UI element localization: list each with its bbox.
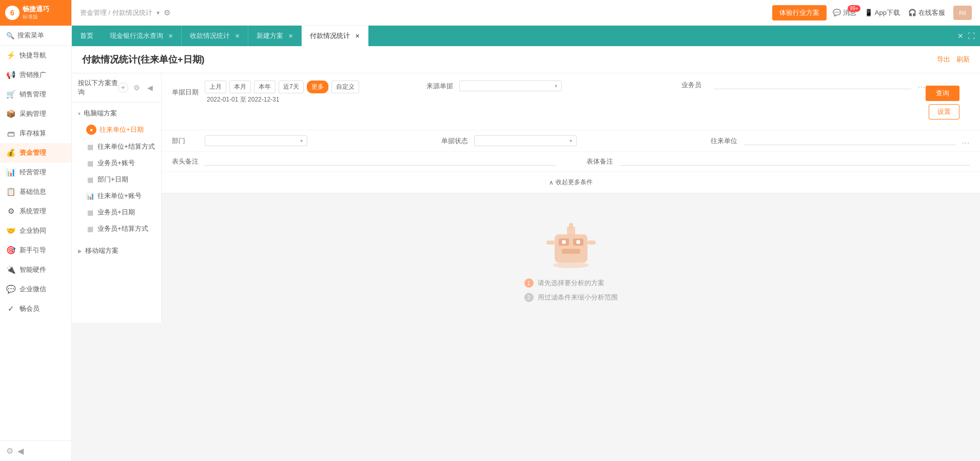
filter-source-select[interactable]: ▾ bbox=[459, 81, 562, 91]
date-btn-custom[interactable]: 自定义 bbox=[331, 81, 359, 93]
query-btn[interactable]: 查询 bbox=[926, 86, 959, 101]
operation-icon: 📊 bbox=[6, 168, 15, 177]
scheme-collapse-icon[interactable]: ◀ bbox=[145, 83, 155, 93]
scheme-table-icon-2: ▦ bbox=[86, 159, 94, 167]
tab-close-bank-flow[interactable]: ✕ bbox=[168, 33, 173, 39]
scheme-desktop-header[interactable]: ▾ 电脑端方案 bbox=[72, 106, 161, 121]
tab-close-receipt-stat[interactable]: ✕ bbox=[235, 33, 240, 39]
scheme-item-partner-date[interactable]: ● 往来单位+日期 bbox=[72, 121, 161, 138]
scheme-panel-actions: + ⚙ ◀ bbox=[118, 83, 155, 93]
sidebar-item-wechat[interactable]: 💬 企业微信 bbox=[0, 279, 71, 299]
filter-body-note-input[interactable] bbox=[619, 157, 970, 165]
collab-icon: 🤝 bbox=[6, 226, 15, 235]
topbar-left: 资金管理 / 付款情况统计 ▾ ⚙ bbox=[80, 8, 766, 17]
topbar-dropdown-icon[interactable]: ▾ bbox=[156, 9, 160, 16]
svg-point-6 bbox=[576, 240, 580, 244]
source-dropdown-icon: ▾ bbox=[555, 83, 557, 89]
scheme-settings-icon[interactable]: ⚙ bbox=[131, 83, 142, 93]
filter-staff-input[interactable] bbox=[714, 81, 911, 89]
settings-footer-icon[interactable]: ⚙ bbox=[6, 446, 13, 456]
topbar-app-download[interactable]: 📱 App下载 bbox=[865, 8, 900, 17]
date-btn-this-month[interactable]: 本月 bbox=[229, 81, 251, 93]
sidebar-item-marketing[interactable]: 📢 营销推广 bbox=[0, 65, 71, 85]
date-btn-last-month[interactable]: 上月 bbox=[205, 81, 226, 93]
tab-receipt-stat[interactable]: 收款情况统计 ✕ bbox=[182, 26, 248, 46]
filter-dept-select[interactable]: ▾ bbox=[205, 135, 307, 146]
svg-rect-8 bbox=[569, 223, 573, 228]
message-badge: 99+ bbox=[848, 5, 860, 12]
filter-doc-status-label: 单据状态 bbox=[441, 136, 470, 146]
scheme-mobile-header[interactable]: ▶ 移动端方案 bbox=[72, 243, 161, 258]
sidebar-item-capital[interactable]: 💰 资金管理 bbox=[0, 143, 71, 163]
filter-body-note-label: 表体备注 bbox=[586, 157, 615, 166]
guide-icon: 🎯 bbox=[6, 246, 15, 255]
scheme-table-icon-6: ▦ bbox=[86, 225, 94, 233]
tab-payment-stat[interactable]: 付款情况统计 ✕ bbox=[302, 26, 368, 46]
page-header-actions: 导出 刷新 bbox=[937, 55, 970, 64]
partner-ellipsis[interactable]: … bbox=[962, 136, 970, 146]
scheme-add-icon[interactable]: + bbox=[118, 83, 128, 93]
filter-area: 单据日期 上月 本月 本年 近7天 更多 自定义 20 bbox=[162, 73, 980, 172]
tab-close-new-scheme[interactable]: ✕ bbox=[288, 33, 293, 39]
date-btn-this-year[interactable]: 本年 bbox=[254, 81, 276, 93]
tab-expand-icon[interactable]: ⛶ bbox=[968, 32, 975, 40]
scheme-item-staff-settle[interactable]: ▦ 业务员+结算方式 bbox=[72, 221, 161, 237]
staff-ellipsis[interactable]: … bbox=[917, 81, 926, 90]
filter-row-2: 部门 ▾ 单据状态 ▾ bbox=[162, 130, 980, 152]
sidebar-item-vip[interactable]: ✓ 畅会员 bbox=[0, 299, 71, 318]
tab-close-all-icon[interactable]: ✕ bbox=[957, 32, 964, 40]
sidebar-item-quick-nav[interactable]: ⚡ 快捷导航 bbox=[0, 46, 71, 65]
setting-btn[interactable]: 设置 bbox=[929, 104, 959, 119]
filter-partner-label: 往来单位 bbox=[711, 136, 739, 146]
sidebar-item-guide[interactable]: 🎯 新手引导 bbox=[0, 240, 71, 260]
scheme-panel: 按以下方案查询 + ⚙ ◀ ▾ 电脑端方案 ● 往来单位+日期 bbox=[72, 73, 162, 323]
scheme-panel-header: 按以下方案查询 + ⚙ ◀ bbox=[72, 73, 161, 103]
scheme-chart-icon: 📊 bbox=[86, 192, 94, 200]
export-btn[interactable]: 导出 bbox=[937, 55, 950, 64]
tab-close-payment-stat[interactable]: ✕ bbox=[355, 33, 360, 39]
scheme-item-partner-settle[interactable]: ▦ 往来单位+结算方式 bbox=[72, 138, 161, 155]
search-menu[interactable]: 🔍 搜索菜单 bbox=[0, 26, 71, 46]
topbar-online-service[interactable]: 🎧 在线客服 bbox=[908, 8, 945, 17]
sidebar-item-inventory[interactable]: 🗃 库存核算 bbox=[0, 124, 71, 143]
page-title: 付款情况统计(往来单位+日期) bbox=[82, 53, 205, 66]
topbar-gear-icon[interactable]: ⚙ bbox=[164, 8, 170, 17]
sidebar: 6 畅捷通巧 标准版 🔍 搜索菜单 ⚡ 快捷导航 📢 营销推广 🛒 销售管理 📦… bbox=[0, 0, 72, 461]
scheme-item-staff-date[interactable]: ▦ 业务员+日期 bbox=[72, 204, 161, 221]
refresh-btn[interactable]: 刷新 bbox=[956, 55, 970, 64]
tab-new-scheme[interactable]: 新建方案 ✕ bbox=[248, 26, 302, 46]
filter-header-note-input[interactable] bbox=[205, 157, 556, 165]
filter-header-note-col: 表头备注 bbox=[172, 157, 556, 166]
date-btn-7days[interactable]: 近7天 bbox=[279, 81, 304, 93]
sidebar-item-sales[interactable]: 🛒 销售管理 bbox=[0, 85, 71, 104]
collapse-conditions-btn[interactable]: ∧ 收起更多条件 bbox=[543, 176, 599, 189]
scheme-item-dept-date[interactable]: ▦ 部门+日期 bbox=[72, 171, 161, 188]
filter-doc-status-select[interactable]: ▾ bbox=[474, 135, 577, 146]
trial-btn[interactable]: 体验行业方案 bbox=[772, 5, 827, 21]
filter-date-col: 单据日期 上月 本月 本年 近7天 更多 自定义 20 bbox=[172, 81, 416, 104]
filter-partner-input[interactable] bbox=[743, 137, 955, 145]
tab-bank-flow[interactable]: 现金银行流水查询 ✕ bbox=[102, 26, 182, 46]
scheme-item-partner-account[interactable]: 📊 往来单位+账号 bbox=[72, 188, 161, 204]
sidebar-item-system[interactable]: ⚙ 系统管理 bbox=[0, 202, 71, 221]
topbar-breadcrumb: 资金管理 / 付款情况统计 bbox=[80, 8, 152, 17]
sidebar-item-operation[interactable]: 📊 经营管理 bbox=[0, 163, 71, 182]
app-subtitle: 标准版 bbox=[23, 13, 49, 21]
filter-dept-label: 部门 bbox=[172, 136, 201, 146]
tab-home[interactable]: 首页 bbox=[72, 26, 102, 46]
scheme-item-staff-account[interactable]: ▦ 业务员+账号 bbox=[72, 155, 161, 171]
empty-state-area: 1 请先选择要分析的方案 2 用过滤条件来缩小分析范围 bbox=[162, 193, 980, 323]
topbar-message[interactable]: 💬 消息 99+ bbox=[833, 8, 856, 17]
hardware-icon: 🔌 bbox=[6, 265, 15, 274]
date-btn-more[interactable]: 更多 bbox=[307, 81, 328, 93]
user-avatar[interactable]: Rit bbox=[953, 6, 972, 20]
sidebar-item-hardware[interactable]: 🔌 智能硬件 bbox=[0, 260, 71, 279]
sidebar-item-collab[interactable]: 🤝 企业协同 bbox=[0, 221, 71, 240]
doc-status-dropdown-icon: ▾ bbox=[570, 138, 572, 144]
sidebar-item-basic[interactable]: 📋 基础信息 bbox=[0, 182, 71, 202]
app-logo: 6 bbox=[5, 6, 19, 20]
date-range-display: 2022-01-01 至 2022-12-31 bbox=[207, 95, 359, 104]
page-header: 付款情况统计(往来单位+日期) 导出 刷新 bbox=[72, 46, 980, 73]
sidebar-item-purchase[interactable]: 📦 采购管理 bbox=[0, 104, 71, 124]
collapse-sidebar-icon[interactable]: ◀ bbox=[17, 446, 24, 456]
